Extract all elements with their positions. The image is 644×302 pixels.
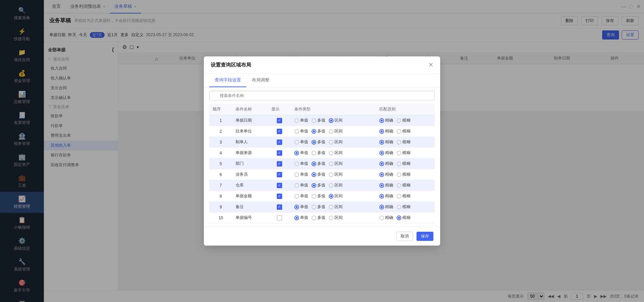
- display-checkbox[interactable]: ✓: [277, 194, 282, 199]
- display-checkbox[interactable]: ✓: [277, 204, 282, 210]
- radio-type-多值[interactable]: 多值: [312, 118, 325, 123]
- modal-tab-query-fields[interactable]: 查询字段设置: [209, 74, 246, 87]
- cell-display[interactable]: ✓: [268, 126, 291, 137]
- modal-tab-layout[interactable]: 布局调整: [246, 74, 275, 87]
- radio-type-单值[interactable]: 单值: [294, 128, 308, 134]
- radio-type-区间[interactable]: 区间: [329, 204, 343, 210]
- display-checkbox[interactable]: ✓: [277, 140, 282, 145]
- radio-type-区间[interactable]: 区间: [329, 118, 343, 123]
- display-checkbox[interactable]: ✓: [277, 161, 282, 167]
- radio-type-区间[interactable]: 区间: [329, 172, 343, 177]
- radio-type-多值[interactable]: 多值: [312, 161, 325, 167]
- radio-type-区间[interactable]: 区间: [329, 215, 343, 221]
- modal-save-button[interactable]: 保存: [417, 232, 433, 241]
- radio-type-多值[interactable]: 多值: [312, 139, 325, 145]
- radio-type-单值[interactable]: 单值: [294, 193, 308, 199]
- display-checkbox[interactable]: ✓: [277, 172, 282, 177]
- radio-type-区间[interactable]: 区间: [329, 161, 343, 167]
- modal-col-order: 顺序: [209, 104, 232, 115]
- cell-display[interactable]: ✓: [268, 180, 291, 191]
- radio-type-多值[interactable]: 多值: [312, 150, 325, 156]
- radio-type-多值[interactable]: 多值: [312, 182, 325, 188]
- cell-match: 精确模糊: [376, 191, 435, 202]
- display-checkbox[interactable]: ✓: [277, 150, 282, 156]
- radio-type-多值[interactable]: 多值: [312, 193, 325, 199]
- cell-order: 8: [209, 191, 232, 202]
- display-checkbox[interactable]: [277, 215, 282, 221]
- cell-order: 7: [209, 180, 232, 191]
- radio-match-精确[interactable]: 精确: [379, 215, 393, 221]
- radio-match-模糊[interactable]: 模糊: [397, 215, 410, 221]
- cell-display[interactable]: ✓: [268, 137, 291, 148]
- radio-type-单值[interactable]: 单值: [294, 161, 308, 167]
- radio-type-单值[interactable]: 单值: [294, 215, 308, 221]
- radio-type-区间[interactable]: 区间: [329, 150, 343, 156]
- radio-match-精确[interactable]: 精确: [379, 161, 393, 167]
- cell-display[interactable]: ✓: [268, 191, 291, 202]
- cell-type: 单值多值区间: [291, 148, 376, 158]
- cell-order: 3: [209, 137, 232, 148]
- radio-match-精确[interactable]: 精确: [379, 150, 393, 156]
- modal-search-input[interactable]: [209, 91, 435, 100]
- radio-type-区间[interactable]: 区间: [329, 139, 343, 145]
- modal-search-area: 🔍: [204, 87, 440, 104]
- cell-name: 制单人: [232, 137, 268, 148]
- modal-close-button[interactable]: ✕: [428, 61, 433, 69]
- modal-overlay: 设置查询区域布局 ✕ 查询字段设置 布局调整 🔍 顺序: [0, 0, 644, 302]
- radio-type-多值[interactable]: 多值: [312, 215, 325, 221]
- radio-match-模糊[interactable]: 模糊: [397, 172, 410, 177]
- modal-table-row: 9备注✓单值多值区间精确模糊: [209, 202, 435, 212]
- radio-match-模糊[interactable]: 模糊: [397, 161, 410, 167]
- cell-order: 2: [209, 126, 232, 137]
- radio-type-区间[interactable]: 区间: [329, 182, 343, 188]
- modal-table-row: 1单据日期✓单值多值区间精确模糊: [209, 115, 435, 126]
- cell-display[interactable]: ✓: [268, 148, 291, 158]
- radio-type-单值[interactable]: 单值: [294, 172, 308, 177]
- radio-match-精确[interactable]: 精确: [379, 204, 393, 210]
- radio-match-模糊[interactable]: 模糊: [397, 128, 410, 134]
- cell-display[interactable]: ✓: [268, 169, 291, 180]
- cell-match: 精确模糊: [376, 212, 435, 223]
- radio-type-单值[interactable]: 单值: [294, 139, 308, 145]
- cell-match: 精确模糊: [376, 115, 435, 126]
- cell-match: 精确模糊: [376, 202, 435, 212]
- radio-match-模糊[interactable]: 模糊: [397, 193, 410, 199]
- radio-match-精确[interactable]: 精确: [379, 182, 393, 188]
- radio-match-精确[interactable]: 精确: [379, 139, 393, 145]
- cell-type: 单值多值区间: [291, 169, 376, 180]
- modal-table-row: 6业务员✓单值多值区间精确模糊: [209, 169, 435, 180]
- cell-match: 精确模糊: [376, 137, 435, 148]
- cell-order: 6: [209, 169, 232, 180]
- radio-match-精确[interactable]: 精确: [379, 128, 393, 134]
- radio-match-模糊[interactable]: 模糊: [397, 150, 410, 156]
- radio-type-单值[interactable]: 单值: [294, 204, 308, 210]
- cell-display[interactable]: ✓: [268, 202, 291, 212]
- cell-display[interactable]: [268, 212, 291, 223]
- radio-match-模糊[interactable]: 模糊: [397, 118, 410, 123]
- radio-match-精确[interactable]: 精确: [379, 172, 393, 177]
- cell-type: 单值多值区间: [291, 180, 376, 191]
- radio-type-单值[interactable]: 单值: [294, 182, 308, 188]
- display-checkbox[interactable]: ✓: [277, 183, 282, 188]
- cell-display[interactable]: ✓: [268, 158, 291, 169]
- cell-display[interactable]: ✓: [268, 115, 291, 126]
- radio-match-模糊[interactable]: 模糊: [397, 182, 410, 188]
- radio-match-精确[interactable]: 精确: [379, 193, 393, 199]
- radio-type-区间[interactable]: 区间: [329, 128, 343, 134]
- modal-cancel-button[interactable]: 取消: [396, 232, 413, 241]
- radio-match-模糊[interactable]: 模糊: [397, 139, 410, 145]
- radio-type-单值[interactable]: 单值: [294, 150, 308, 156]
- radio-type-区间[interactable]: 区间: [329, 193, 343, 199]
- cell-order: 9: [209, 202, 232, 212]
- radio-match-模糊[interactable]: 模糊: [397, 204, 410, 210]
- radio-type-单值[interactable]: 单值: [294, 118, 308, 123]
- radio-type-多值[interactable]: 多值: [312, 128, 325, 134]
- display-checkbox[interactable]: ✓: [277, 129, 282, 134]
- cell-name: 往来单位: [232, 126, 268, 137]
- radio-type-多值[interactable]: 多值: [312, 204, 325, 210]
- radio-type-多值[interactable]: 多值: [312, 172, 325, 177]
- display-checkbox[interactable]: ✓: [277, 118, 282, 123]
- cell-name: 备注: [232, 202, 268, 212]
- radio-match-精确[interactable]: 精确: [379, 118, 393, 123]
- search-wrapper: 🔍: [209, 91, 435, 100]
